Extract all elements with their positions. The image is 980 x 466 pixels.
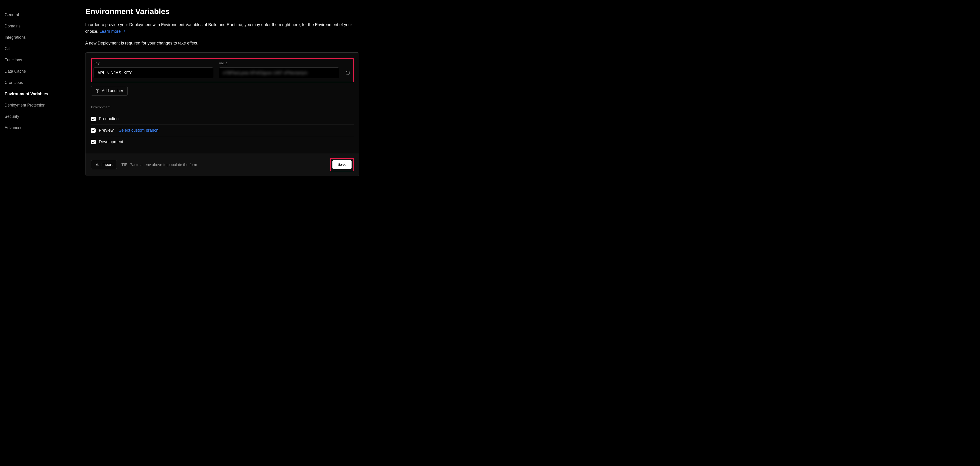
select-custom-branch-link[interactable]: Select custom branch — [119, 128, 159, 133]
sidebar-item-cron-jobs[interactable]: Cron Jobs — [5, 77, 72, 88]
learn-more-label: Learn more — [100, 29, 121, 34]
sidebar-item-security[interactable]: Security — [5, 111, 72, 122]
checkbox-production[interactable] — [91, 116, 95, 121]
env-row-production: Production — [91, 113, 354, 125]
value-input[interactable]: xYBPlanLyear APvKDguov 1497 xPNectartym — [219, 67, 339, 78]
env-row-preview: Preview Select custom branch — [91, 125, 354, 136]
env-row-development: Development — [91, 136, 354, 148]
sidebar-item-git[interactable]: Git — [5, 43, 72, 54]
sidebar-item-domains[interactable]: Domains — [5, 21, 72, 32]
save-highlight: Save — [330, 158, 354, 171]
check-icon — [92, 117, 95, 121]
minus-circle-icon — [345, 70, 350, 75]
env-label-production: Production — [99, 116, 119, 121]
sidebar-item-deployment-protection[interactable]: Deployment Protection — [5, 100, 72, 111]
tip-text: TIP: Paste a .env above to populate the … — [121, 163, 197, 167]
learn-more-link[interactable]: Learn more — [100, 29, 126, 34]
value-label: Value — [219, 61, 339, 65]
env-var-panel: Key Value xYBPlanLyear APvKDguov 1497 xP… — [85, 52, 360, 176]
tip-bold: TIP: — [121, 163, 129, 167]
checkbox-development[interactable] — [91, 140, 95, 144]
sidebar-item-functions[interactable]: Functions — [5, 54, 72, 66]
env-label-development: Development — [99, 139, 123, 144]
value-field-column: Value xYBPlanLyear APvKDguov 1497 xPNect… — [219, 61, 339, 78]
panel-form-area: Key Value xYBPlanLyear APvKDguov 1497 xP… — [86, 53, 359, 100]
sidebar-item-general[interactable]: General — [5, 9, 72, 21]
import-label: Import — [101, 162, 113, 167]
key-field-column: Key — [94, 61, 213, 78]
panel-footer: Import TIP: Paste a .env above to popula… — [86, 153, 359, 176]
environment-heading: Environment — [91, 105, 354, 109]
remove-row-button[interactable] — [345, 67, 351, 78]
main-content: Environment Variables In order to provid… — [85, 5, 360, 176]
environment-section: Environment Production Preview Select cu… — [86, 100, 359, 153]
env-var-row-highlight: Key Value xYBPlanLyear APvKDguov 1497 xP… — [91, 58, 354, 82]
sidebar-item-integrations[interactable]: Integrations — [5, 32, 72, 43]
key-label: Key — [94, 61, 213, 65]
plus-circle-icon — [95, 89, 100, 93]
save-button[interactable]: Save — [332, 160, 352, 169]
sidebar-item-data-cache[interactable]: Data Cache — [5, 66, 72, 77]
tip-body: Paste a .env above to populate the form — [129, 163, 197, 167]
settings-sidebar: General Domains Integrations Git Functio… — [5, 5, 72, 176]
download-icon — [95, 163, 99, 166]
key-input[interactable] — [94, 67, 213, 78]
check-icon — [92, 129, 95, 132]
sidebar-item-environment-variables[interactable]: Environment Variables — [5, 88, 72, 100]
env-label-preview: Preview — [99, 128, 114, 133]
add-another-label: Add another — [102, 89, 123, 93]
add-another-button[interactable]: Add another — [91, 86, 127, 96]
page-description: In order to provide your Deployment with… — [85, 21, 360, 35]
sidebar-item-advanced[interactable]: Advanced — [5, 122, 72, 134]
value-masked-text: xYBPlanLyear APvKDguov 1497 xPNectartym — [223, 70, 307, 75]
page-title: Environment Variables — [85, 7, 360, 16]
checkbox-preview[interactable] — [91, 128, 95, 133]
import-button[interactable]: Import — [91, 160, 117, 169]
deployment-note: A new Deployment is required for your ch… — [85, 40, 360, 46]
external-link-icon — [123, 28, 126, 32]
check-icon — [92, 140, 95, 144]
